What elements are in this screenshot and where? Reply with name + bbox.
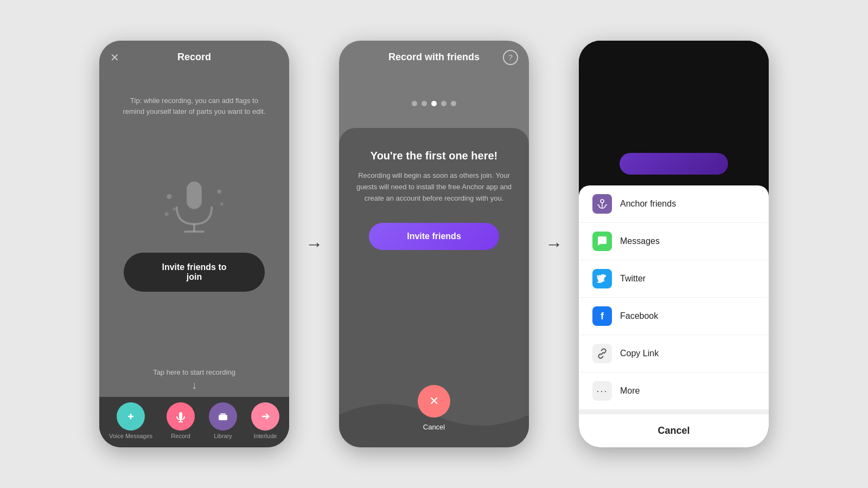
nav-record[interactable]: Record [167, 402, 195, 439]
nav-voice-label: Voice Messages [109, 433, 152, 439]
svg-rect-5 [187, 182, 202, 209]
cancel-area: ✕ Cancel [418, 385, 450, 431]
svg-point-4 [220, 203, 224, 206]
mic-area: Invite friends to join [124, 127, 265, 346]
more-label: More [620, 386, 640, 396]
tap-arrow-icon: ↓ [153, 379, 235, 391]
messages-icon [592, 232, 612, 251]
tap-hint-text: Tap here to start recording [153, 368, 235, 376]
library-icon [209, 402, 237, 431]
screen2-header: Record with friends ? [339, 41, 529, 68]
dot-4 [441, 101, 446, 106]
anchor-friends-icon [592, 194, 612, 214]
screen2-heading: You're the first one here! [371, 150, 497, 162]
mic-icon [162, 171, 227, 242]
screen2-phone: Record with friends ? You're the first o… [339, 41, 529, 447]
screen1-phone: ✕ Record Tip: while recording, you can a… [99, 41, 289, 447]
messages-label: Messages [620, 236, 660, 246]
svg-rect-14 [219, 415, 227, 420]
screen2-content-area: You're the first one here! Recording wil… [339, 128, 529, 447]
share-facebook[interactable]: f Facebook [579, 298, 769, 335]
svg-rect-11 [179, 412, 182, 419]
anchor-friends-label: Anchor friends [620, 199, 676, 209]
nav-voice-messages[interactable]: Voice Messages [109, 402, 152, 439]
dot-2 [422, 101, 427, 106]
twitter-icon: 𝕏 [592, 269, 612, 288]
share-more[interactable]: ··· More [579, 373, 769, 410]
share-copy-link[interactable]: Copy Link [579, 335, 769, 373]
arrow-1: → [305, 234, 323, 254]
screen2-content: Record with friends ? You're the first o… [339, 41, 529, 447]
svg-text:𝕏: 𝕏 [598, 275, 605, 283]
copy-link-icon [592, 344, 612, 363]
tap-hint-area: Tap here to start recording ↓ [153, 346, 235, 391]
facebook-icon: f [592, 306, 612, 326]
nav-interlude[interactable]: Interlude [251, 402, 279, 439]
nav-interlude-label: Interlude [254, 433, 277, 439]
bottom-nav: Voice Messages Record [99, 397, 289, 447]
screen3-cancel-button[interactable]: Cancel [579, 410, 769, 447]
share-anchor-friends[interactable]: Anchor friends [579, 185, 769, 223]
share-twitter[interactable]: 𝕏 Twitter [579, 260, 769, 298]
arrow-2: → [545, 234, 563, 254]
svg-rect-15 [220, 413, 226, 415]
svg-point-0 [167, 194, 171, 199]
cancel-icon: ✕ [429, 394, 439, 408]
screen2-invite-button[interactable]: Invite friends [369, 223, 499, 250]
svg-point-1 [173, 208, 176, 211]
tip-text: Tip: while recording, you can add flags … [99, 68, 289, 127]
dot-3 [431, 101, 437, 106]
dot-1 [412, 101, 417, 106]
screen1-title: Record [177, 52, 211, 63]
nav-library-label: Library [214, 433, 232, 439]
svg-point-2 [165, 212, 169, 216]
screen3-content: Anchor friends Messages [579, 41, 769, 447]
page-wrapper: ✕ Record Tip: while recording, you can a… [0, 0, 868, 488]
invite-friends-button[interactable]: Invite friends to join [124, 253, 265, 292]
mic-svg [162, 171, 227, 242]
nav-library[interactable]: Library [209, 402, 237, 439]
svg-point-16 [601, 200, 604, 203]
cancel-label: Cancel [423, 423, 445, 431]
record-icon [167, 402, 195, 431]
purple-glow [620, 153, 728, 175]
close-button[interactable]: ✕ [110, 51, 119, 64]
dot-5 [451, 101, 456, 106]
interlude-icon [251, 402, 279, 431]
facebook-label: Facebook [620, 311, 658, 321]
svg-point-3 [217, 190, 221, 194]
more-icon: ··· [592, 381, 612, 401]
copy-link-label: Copy Link [620, 349, 659, 358]
screen3-phone: Anchor friends Messages [579, 41, 769, 447]
dots-indicator [412, 101, 456, 106]
cancel-button[interactable]: ✕ [418, 385, 450, 418]
screen2-desc: Recording will begin as soon as others j… [355, 170, 513, 204]
screen2-title: Record with friends [388, 52, 480, 63]
nav-record-label: Record [171, 433, 190, 439]
screen3-top [579, 41, 769, 185]
share-messages[interactable]: Messages [579, 223, 769, 260]
voice-messages-icon [117, 402, 145, 431]
help-button[interactable]: ? [503, 50, 518, 65]
screen1-content: ✕ Record Tip: while recording, you can a… [99, 41, 289, 447]
share-sheet: Anchor friends Messages [579, 185, 769, 447]
screen1-header: ✕ Record [99, 41, 289, 68]
twitter-label: Twitter [620, 274, 646, 284]
